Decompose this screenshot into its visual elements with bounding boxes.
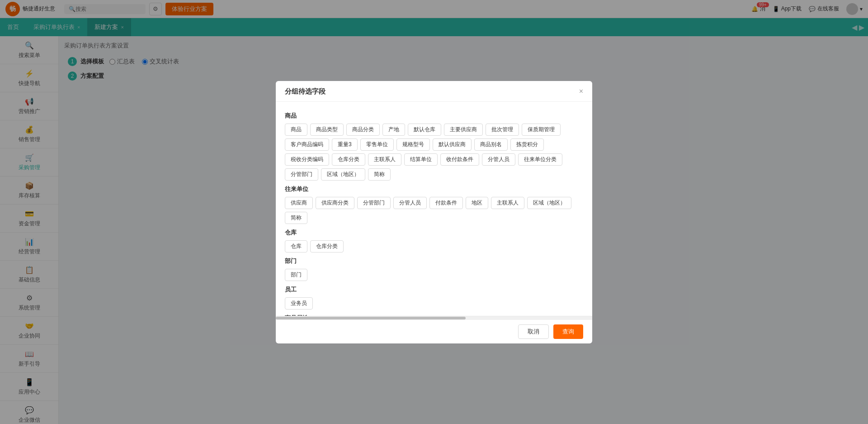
tag-main-contact[interactable]: 主联系人	[368, 153, 401, 166]
section-dept-title: 部门	[285, 257, 583, 265]
tag-product-alias[interactable]: 商品别名	[474, 138, 508, 151]
tag-payment-cond[interactable]: 付款条件	[429, 197, 463, 209]
tag-warehouse-cat[interactable]: 仓库分类	[310, 240, 344, 252]
section-dept: 部门 部门	[285, 257, 583, 281]
tag-tax-code[interactable]: 税收分类编码	[285, 153, 329, 166]
tag-product-type[interactable]: 商品类型	[310, 124, 344, 136]
tag-product[interactable]: 商品	[285, 124, 307, 136]
modal-close-button[interactable]: ×	[579, 87, 583, 95]
section-product-tags: 商品 商品类型 商品分类 产地 默认仓库 主要供应商 批次管理 保质期管理 客户…	[285, 124, 583, 181]
modal-overlay: 分组待选字段 × 商品 商品 商品类型 商品分类 产地 默认仓库 主要供应商 批…	[0, 0, 868, 424]
tag-partner-person[interactable]: 分管人员	[393, 197, 427, 209]
modal-footer: 取消 查询	[276, 319, 592, 343]
section-employee: 员工 业务员	[285, 286, 583, 310]
tag-partner-contact[interactable]: 主联系人	[491, 197, 524, 209]
tag-responsible-person[interactable]: 分管人员	[482, 153, 515, 166]
tag-supplier-category[interactable]: 供应商分类	[316, 197, 354, 209]
section-warehouse: 仓库 仓库 仓库分类	[285, 229, 583, 252]
tag-supplier[interactable]: 供应商	[285, 197, 313, 209]
tag-expiry-mgmt[interactable]: 保质期管理	[522, 124, 561, 136]
modal-body: 商品 商品 商品类型 商品分类 产地 默认仓库 主要供应商 批次管理 保质期管理…	[276, 102, 592, 316]
section-product: 商品 商品 商品类型 商品分类 产地 默认仓库 主要供应商 批次管理 保质期管理…	[285, 112, 583, 181]
field-selection-modal: 分组待选字段 × 商品 商品 商品类型 商品分类 产地 默认仓库 主要供应商 批…	[276, 81, 592, 343]
section-dept-tags: 部门	[285, 269, 583, 281]
section-warehouse-tags: 仓库 仓库分类	[285, 240, 583, 252]
section-warehouse-title: 仓库	[285, 229, 583, 237]
tag-salesperson[interactable]: 业务员	[285, 297, 313, 310]
tag-partner-short[interactable]: 简称	[285, 212, 307, 224]
confirm-button[interactable]: 查询	[553, 324, 583, 339]
tag-partner-region[interactable]: 区域（地区）	[527, 197, 571, 209]
tag-partner-category[interactable]: 往来单位分类	[518, 153, 562, 166]
section-product-title: 商品	[285, 112, 583, 120]
tag-dept[interactable]: 分管部门	[285, 168, 318, 181]
section-partner-title: 往来单位	[285, 185, 583, 193]
tag-retail-unit[interactable]: 零售单位	[360, 138, 394, 151]
tag-origin[interactable]: 产地	[382, 124, 405, 136]
modal-horizontal-scrollbar[interactable]	[276, 316, 592, 319]
section-employee-tags: 业务员	[285, 297, 583, 310]
tag-product-category[interactable]: 商品分类	[346, 124, 380, 136]
tag-short-name-product[interactable]: 简称	[368, 168, 391, 181]
tag-batch-mgmt[interactable]: 批次管理	[486, 124, 519, 136]
tag-payment-terms[interactable]: 收付款条件	[440, 153, 479, 166]
tag-spec-model[interactable]: 规格型号	[396, 138, 430, 151]
tag-main-supplier[interactable]: 主要供应商	[444, 124, 483, 136]
tag-default-warehouse[interactable]: 默认仓库	[408, 124, 441, 136]
cancel-button[interactable]: 取消	[518, 324, 549, 339]
tag-warehouse[interactable]: 仓库	[285, 240, 307, 252]
tag-warehouse-category[interactable]: 仓库分类	[332, 153, 365, 166]
modal-header: 分组待选字段 ×	[276, 81, 592, 102]
tag-department[interactable]: 部门	[285, 269, 307, 281]
section-partner: 往来单位 供应商 供应商分类 分管部门 分管人员 付款条件 地区 主联系人 区域…	[285, 185, 583, 224]
scrollbar-thumb	[276, 317, 466, 319]
modal-title: 分组待选字段	[285, 87, 326, 96]
section-partner-tags: 供应商 供应商分类 分管部门 分管人员 付款条件 地区 主联系人 区域（地区） …	[285, 197, 583, 224]
section-employee-title: 员工	[285, 286, 583, 294]
tag-pick-points[interactable]: 拣货积分	[510, 138, 544, 151]
tag-weight[interactable]: 重量3	[332, 138, 358, 151]
tag-default-supplier[interactable]: 默认供应商	[433, 138, 472, 151]
tag-settlement-unit[interactable]: 结算单位	[404, 153, 438, 166]
tag-region-product[interactable]: 区域（地区）	[321, 168, 365, 181]
tag-partner-dept[interactable]: 分管部门	[357, 197, 391, 209]
tag-customer-code[interactable]: 客户商品编码	[285, 138, 329, 151]
tag-area[interactable]: 地区	[466, 197, 488, 209]
